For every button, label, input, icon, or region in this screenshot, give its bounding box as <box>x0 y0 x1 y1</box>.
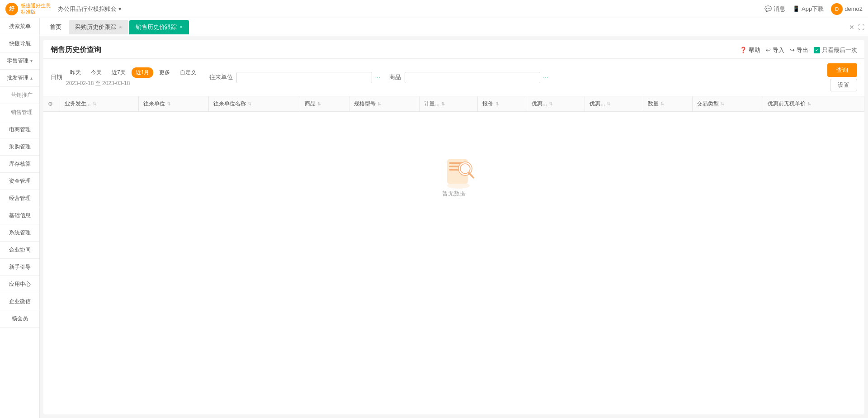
sort-icon-pre-tax-price[interactable]: ⇅ <box>807 101 811 106</box>
empty-svg <box>436 148 481 193</box>
sidebar-item-inventory-calc[interactable]: 库存核算 <box>0 156 39 173</box>
sort-icon-trade-type[interactable]: ⇅ <box>721 101 724 106</box>
sidebar-item-ecommerce-mgmt[interactable]: 电商管理 <box>0 121 39 138</box>
sort-icon-discount2[interactable]: ⇅ <box>607 101 610 106</box>
sidebar-sub-sales-mgmt[interactable]: 销售管理 <box>0 104 39 121</box>
th-discount2: 优惠... ⇅ <box>585 96 643 112</box>
sidebar-item-enterprise-wechat[interactable]: 企业微信 <box>0 293 39 310</box>
sidebar-item-new-user-guide[interactable]: 新手引导 <box>0 259 39 276</box>
th-pre-tax-price: 优惠前无税单价 ⇅ <box>763 96 864 112</box>
download-icon: 📱 <box>793 5 800 12</box>
retail-mgmt-arrow: ▾ <box>30 58 33 63</box>
sidebar-item-enterprise-collab[interactable]: 企业协同 <box>0 242 39 259</box>
th-discount1: 优惠... ⇅ <box>527 96 585 112</box>
sidebar-item-wholesale-mgmt[interactable]: 批发管理 ▴ <box>0 70 39 87</box>
goods-label: 商品 <box>389 73 401 81</box>
table-container: ⚙ 业务发生... ⇅ 往来单位 <box>43 96 864 414</box>
sidebar-item-purchase-mgmt[interactable]: 采购管理 <box>0 138 39 156</box>
import-icon: ↩ <box>766 47 771 53</box>
main-layout: 搜索菜单 快捷导航 零售管理 ▾ 批发管理 ▴ 营销推广 销售管理 电商管理 采… <box>0 18 868 418</box>
avatar: D <box>831 3 843 15</box>
export-icon: ↪ <box>790 47 795 53</box>
help-action[interactable]: ❓ 帮助 <box>740 46 760 54</box>
app-download-action[interactable]: 📱 App下载 <box>793 5 824 13</box>
tab-purchase-history-close[interactable]: × <box>119 24 122 30</box>
page-header: 销售历史价查询 ❓ 帮助 ↩ 导入 ↪ 导出 ✓ <box>43 40 864 59</box>
date-filter-group: 日期 昨天 今天 近7天 近1月 更多 自定义 2023-02-18 至 202… <box>51 67 200 87</box>
logo-icon: 好 <box>5 3 18 15</box>
sidebar-item-basic-info[interactable]: 基础信息 <box>0 207 39 224</box>
message-action[interactable]: 💬 消息 <box>764 5 785 13</box>
counterpart-dots[interactable]: ··· <box>375 74 380 81</box>
goods-dots[interactable]: ··· <box>543 74 548 81</box>
date-btn-yesterday[interactable]: 昨天 <box>66 67 85 78</box>
search-menu-label: 搜索菜单 <box>9 23 31 30</box>
th-trade-type: 交易类型 ⇅ <box>693 96 763 112</box>
query-button[interactable]: 查询 <box>827 63 857 77</box>
header-left: 好 畅捷通好生意 标准版 办公用品行业模拟账套 ▾ <box>5 3 125 15</box>
date-btn-last1month[interactable]: 近1月 <box>132 67 154 78</box>
sort-icon-quote[interactable]: ⇅ <box>495 101 499 106</box>
date-btn-more[interactable]: 更多 <box>155 67 174 78</box>
date-btn-custom[interactable]: 自定义 <box>176 67 200 78</box>
sidebar-item-member-club[interactable]: 畅会员 <box>0 310 39 328</box>
date-range-display: 2023-02-18 至 2023-03-18 <box>66 80 130 87</box>
sidebar-item-operations-mgmt[interactable]: 经营管理 <box>0 190 39 207</box>
date-buttons: 昨天 今天 近7天 近1月 更多 自定义 <box>66 67 200 78</box>
header-right: 💬 消息 📱 App下载 D demo2 <box>764 3 863 15</box>
gear-icon[interactable]: ⚙ <box>48 101 53 107</box>
th-counterpart-code: 往来单位 ⇅ <box>139 96 209 112</box>
import-action[interactable]: ↩ 导入 <box>766 46 784 54</box>
only-last-checkbox[interactable]: ✓ 只看最后一次 <box>814 46 857 54</box>
sort-icon-biz-date[interactable]: ⇅ <box>93 101 96 106</box>
goods-input-group: ··· <box>405 72 548 83</box>
logo-text: 畅捷通好生意 标准版 <box>21 3 51 14</box>
sort-icon-quantity[interactable]: ⇅ <box>660 101 664 106</box>
wholesale-mgmt-arrow: ▴ <box>30 76 33 81</box>
date-btn-last7days[interactable]: 近7天 <box>108 67 130 78</box>
goods-input[interactable] <box>405 72 540 83</box>
sort-icon-spec[interactable]: ⇅ <box>377 101 381 106</box>
th-unit: 计量... ⇅ <box>420 96 477 112</box>
sidebar-item-search-menu[interactable]: 搜索菜单 <box>0 18 39 35</box>
retail-mgmt-label: 零售管理 <box>7 57 28 65</box>
svg-line-8 <box>469 173 474 178</box>
table-header: ⚙ 业务发生... ⇅ 往来单位 <box>43 96 864 112</box>
sort-icon-counterpart-name[interactable]: ⇅ <box>248 101 251 106</box>
counterpart-input[interactable] <box>236 72 372 83</box>
empty-state: 暂无数据 <box>43 112 864 234</box>
checkbox-icon: ✓ <box>814 47 820 53</box>
sidebar-item-app-center[interactable]: 应用中心 <box>0 276 39 293</box>
sidebar-item-finance-mgmt[interactable]: 资金管理 <box>0 173 39 190</box>
date-filter: 昨天 今天 近7天 近1月 更多 自定义 2023-02-18 至 2023-0… <box>66 67 200 87</box>
tab-close-all-icon[interactable]: ✕ <box>849 24 854 31</box>
settings-button[interactable]: 设置 <box>830 79 857 91</box>
app-selector[interactable]: 办公用品行业模拟账套 ▾ <box>54 5 125 13</box>
tab-purchase-history[interactable]: 采购历史价跟踪 × <box>69 20 128 34</box>
th-biz-date: 业务发生... ⇅ <box>60 96 139 112</box>
export-action[interactable]: ↪ 导出 <box>790 46 808 54</box>
sort-icon-counterpart-code[interactable]: ⇅ <box>167 101 170 106</box>
empty-icon <box>436 148 472 184</box>
date-btn-today[interactable]: 今天 <box>87 67 106 78</box>
wholesale-mgmt-label: 批发管理 <box>7 74 28 82</box>
tab-sales-history-close[interactable]: × <box>179 24 183 30</box>
sidebar-item-system-mgmt[interactable]: 系统管理 <box>0 224 39 242</box>
tab-sales-history[interactable]: 销售历史价跟踪 × <box>129 20 189 34</box>
filter-right: 查询 设置 <box>827 63 857 91</box>
message-icon: 💬 <box>764 5 772 12</box>
tab-expand-icon[interactable]: ⛶ <box>858 24 864 31</box>
sort-icon-unit[interactable]: ⇅ <box>441 101 445 106</box>
tab-home[interactable]: 首页 <box>43 20 68 34</box>
page-actions: ❓ 帮助 ↩ 导入 ↪ 导出 ✓ 只看最后一次 <box>740 46 857 54</box>
counterpart-label: 往来单位 <box>209 73 233 81</box>
sidebar-sub-marketing[interactable]: 营销推广 <box>0 87 39 104</box>
sort-icon-discount1[interactable]: ⇅ <box>549 101 552 106</box>
user-action[interactable]: D demo2 <box>831 3 863 15</box>
counterpart-filter-group: 往来单位 ··· <box>209 72 380 83</box>
sidebar-item-quick-nav[interactable]: 快捷导航 <box>0 35 39 52</box>
th-goods: 商品 ⇅ <box>300 96 349 112</box>
sort-icon-goods[interactable]: ⇅ <box>317 101 321 106</box>
sidebar-item-retail-mgmt[interactable]: 零售管理 ▾ <box>0 52 39 70</box>
goods-filter-group: 商品 ··· <box>389 72 548 83</box>
